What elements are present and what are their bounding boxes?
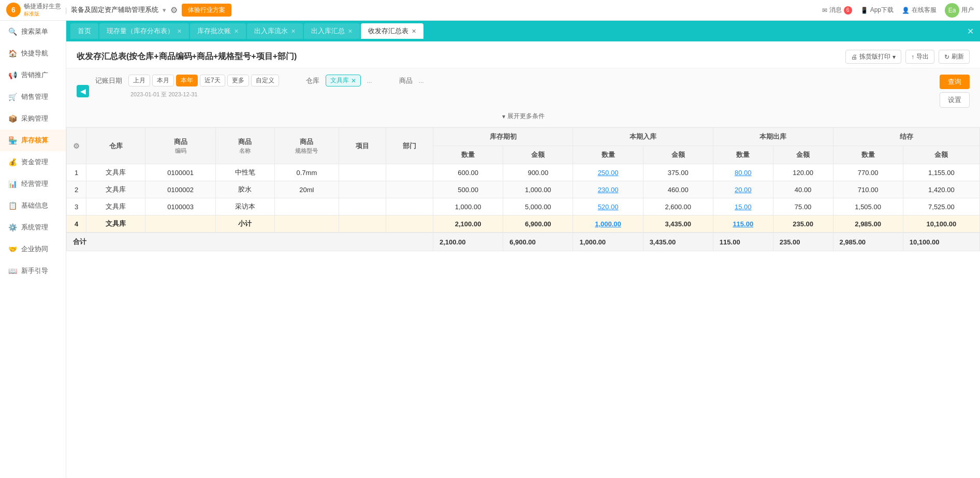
filter-collapse-btn[interactable]: ◀ bbox=[77, 85, 89, 97]
bal-qty-cell: 770.00 bbox=[833, 164, 903, 181]
user-btn[interactable]: Ea 用户 bbox=[945, 3, 974, 18]
refresh-btn[interactable]: ↻ 刷新 bbox=[939, 50, 970, 64]
tab-recv-send[interactable]: 收发存汇总表 ✕ bbox=[361, 23, 423, 39]
tab-home[interactable]: 首页 bbox=[70, 23, 98, 39]
tab-close-inout-summary[interactable]: ✕ bbox=[348, 28, 353, 35]
footer-in-qty: 1,000.00 bbox=[573, 233, 643, 251]
tab-close-batch[interactable]: ✕ bbox=[234, 28, 239, 35]
in-qty-cell[interactable]: 1,000.00 bbox=[573, 215, 643, 233]
query-btn[interactable]: 查询 bbox=[940, 75, 970, 89]
tab-inventory-dist[interactable]: 现存量（库存分布表） ✕ bbox=[99, 23, 189, 39]
settings-icon[interactable]: ⚙ bbox=[170, 5, 178, 15]
column-settings-icon[interactable]: ⚙ bbox=[73, 142, 80, 150]
sidebar-item-label: 经营管理 bbox=[21, 179, 48, 189]
tab-inout-flow[interactable]: 出入库流水 ✕ bbox=[247, 23, 303, 39]
out-qty-cell[interactable]: 15.00 bbox=[713, 198, 773, 215]
sidebar-item-basic[interactable]: 📋 基础信息 bbox=[0, 195, 66, 216]
sidebar-item-finance[interactable]: 💰 资金管理 bbox=[0, 151, 66, 173]
settings-btn[interactable]: 设置 bbox=[940, 92, 970, 108]
sidebar-item-purchase[interactable]: 📦 采购管理 bbox=[0, 108, 66, 129]
th-out-amt: 金额 bbox=[773, 146, 833, 164]
guide-icon: 📖 bbox=[8, 267, 17, 275]
tab-close-inout-flow[interactable]: ✕ bbox=[291, 28, 296, 35]
department-cell bbox=[386, 198, 433, 215]
goods-ellipsis[interactable]: ... bbox=[419, 77, 424, 84]
warehouse-tag-remove[interactable]: ✕ bbox=[351, 77, 356, 84]
sidebar-item-label: 企业协同 bbox=[21, 244, 48, 254]
spec-cell: 0.7mm bbox=[275, 164, 339, 181]
out-qty-cell[interactable]: 115.00 bbox=[713, 215, 773, 233]
warehouse-cell: 文具库 bbox=[86, 164, 145, 181]
row-num: 4 bbox=[67, 215, 86, 233]
tab-close-inventory-dist[interactable]: ✕ bbox=[177, 28, 182, 35]
th-period-out: 本期出库 bbox=[713, 128, 833, 146]
footer-bal-qty: 2,985.00 bbox=[833, 233, 903, 251]
th-open-amt: 金额 bbox=[503, 146, 573, 164]
warehouse-filter-label: 仓库 bbox=[306, 76, 319, 85]
date-btn-custom[interactable]: 自定义 bbox=[251, 75, 279, 86]
project-cell bbox=[339, 215, 386, 233]
logo-area: 6 畅捷通好生意 标准版 bbox=[6, 3, 61, 17]
export-icon: ↑ bbox=[911, 53, 914, 61]
message-btn[interactable]: ✉ 消息 6 bbox=[822, 6, 852, 15]
tab-inout-summary[interactable]: 出入库汇总 ✕ bbox=[304, 23, 360, 39]
table-body: 1 文具库 0100001 中性笔 0.7mm 600.00 900.00 25… bbox=[67, 164, 980, 233]
enterprise-icon: 🤝 bbox=[8, 245, 17, 253]
sidebar-item-label: 销售管理 bbox=[21, 92, 48, 102]
in-qty-cell[interactable]: 230.00 bbox=[573, 181, 643, 198]
sales-icon: 🛒 bbox=[8, 93, 17, 101]
sidebar-item-enterprise[interactable]: 🤝 企业协同 bbox=[0, 238, 66, 260]
date-label: 记账日期 bbox=[95, 76, 122, 85]
sidebar-item-inventory[interactable]: 🏪 库存核算 bbox=[0, 129, 66, 151]
open-qty-cell: 600.00 bbox=[433, 164, 503, 181]
warehouse-cell: 文具库 bbox=[86, 181, 145, 198]
sidebar-item-system[interactable]: ⚙️ 系统管理 bbox=[0, 216, 66, 238]
expand-conditions-btn[interactable]: ▾ 展开更多条件 bbox=[502, 112, 545, 121]
footer-bal-amt: 10,100.00 bbox=[903, 233, 979, 251]
tab-close-recv-send[interactable]: ✕ bbox=[412, 28, 416, 35]
app-download-btn[interactable]: 📱 App下载 bbox=[860, 6, 894, 15]
tab-batch[interactable]: 库存批次账 ✕ bbox=[190, 23, 246, 39]
sidebar-item-quick[interactable]: 🏠 快捷导航 bbox=[0, 42, 66, 64]
out-amt-cell: 75.00 bbox=[773, 198, 833, 215]
tab-bar-close-icon[interactable]: ✕ bbox=[967, 26, 974, 36]
page-header: 收发存汇总表(按仓库+商品编码+商品+规格型号+项目+部门) 🖨 拣货版打印 ▾… bbox=[66, 41, 980, 68]
in-qty-cell[interactable]: 250.00 bbox=[573, 164, 643, 181]
department-cell bbox=[386, 181, 433, 198]
message-icon: ✉ bbox=[822, 7, 827, 14]
out-qty-cell[interactable]: 20.00 bbox=[713, 181, 773, 198]
th-code: 商品 编码 bbox=[145, 128, 215, 164]
date-btn-7days[interactable]: 近7天 bbox=[200, 75, 225, 86]
system-dropdown-icon[interactable]: ▾ bbox=[163, 6, 166, 14]
in-qty-cell[interactable]: 520.00 bbox=[573, 198, 643, 215]
sidebar-item-operations[interactable]: 📊 经营管理 bbox=[0, 173, 66, 195]
in-amt-cell: 460.00 bbox=[643, 181, 713, 198]
page-actions: 🖨 拣货版打印 ▾ ↑ 导出 ↻ 刷新 bbox=[845, 50, 970, 64]
code-cell: 0100001 bbox=[145, 164, 215, 181]
marketing-icon: 📢 bbox=[8, 71, 17, 79]
date-btn-last-month[interactable]: 上月 bbox=[128, 75, 150, 86]
open-amt-cell: 900.00 bbox=[503, 164, 573, 181]
sidebar-item-guide[interactable]: 📖 新手引导 bbox=[0, 260, 66, 282]
date-btn-more[interactable]: 更多 bbox=[227, 75, 249, 86]
in-amt-cell: 3,435.00 bbox=[643, 215, 713, 233]
export-btn[interactable]: ↑ 导出 bbox=[905, 50, 934, 64]
out-qty-cell[interactable]: 80.00 bbox=[713, 164, 773, 181]
print-btn[interactable]: 🖨 拣货版打印 ▾ bbox=[845, 50, 901, 64]
name-cell: 中性笔 bbox=[215, 164, 274, 181]
in-amt-cell: 2,600.00 bbox=[643, 198, 713, 215]
online-service-btn[interactable]: 👤 在线客服 bbox=[902, 6, 937, 15]
tab-bar: 首页 现存量（库存分布表） ✕ 库存批次账 ✕ 出入库流水 ✕ 出入库汇总 ✕ bbox=[66, 21, 980, 41]
sidebar-item-marketing[interactable]: 📢 营销推广 bbox=[0, 64, 66, 86]
warehouse-ellipsis[interactable]: ... bbox=[367, 77, 372, 84]
content-area: 首页 现存量（库存分布表） ✕ 库存批次账 ✕ 出入库流水 ✕ 出入库汇总 ✕ bbox=[66, 21, 980, 478]
date-btn-this-year[interactable]: 本年 bbox=[176, 75, 198, 86]
experience-btn[interactable]: 体验行业方案 bbox=[182, 4, 231, 17]
open-qty-cell: 2,100.00 bbox=[433, 215, 503, 233]
sidebar-item-search[interactable]: 🔍 搜索菜单 bbox=[0, 21, 66, 42]
date-btn-this-month[interactable]: 本月 bbox=[152, 75, 174, 86]
sidebar-item-sales[interactable]: 🛒 销售管理 bbox=[0, 86, 66, 108]
code-cell: 0100003 bbox=[145, 198, 215, 215]
filter-section: ◀ 记账日期 上月 本月 本年 近7天 更多 bbox=[66, 68, 980, 127]
system-title: 装备及固定资产辅助管理系统 bbox=[71, 5, 158, 15]
